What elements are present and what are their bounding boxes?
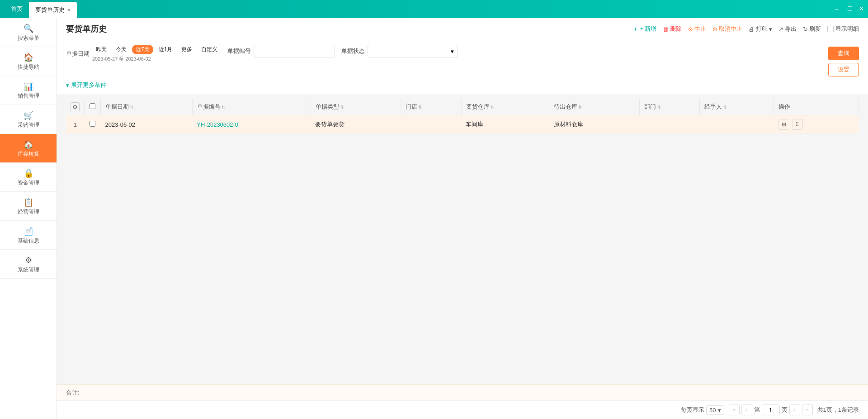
date-pills: 昨天 今天 近7天 近1月 更多 自定义 — [92, 45, 221, 54]
sidebar-item-label: 采购管理 — [18, 121, 39, 129]
print-button[interactable]: 🖨 打印 ▾ — [749, 25, 772, 33]
minimize-button[interactable]: － — [833, 5, 840, 14]
delete-button[interactable]: 🗑 删除 — [663, 25, 682, 33]
view-icon[interactable]: ⊞ — [778, 119, 789, 130]
footer-bar: 合计: — [57, 384, 868, 400]
bill-date-col-header[interactable]: 单据日期⇅ — [101, 99, 193, 115]
page-suffix: 页 — [782, 406, 788, 414]
maximize-button[interactable]: □ — [848, 5, 852, 14]
basic-info-icon: 📄 — [24, 227, 33, 235]
add-button[interactable]: ＋ + 新增 — [632, 25, 656, 33]
sidebar-item-purchase[interactable]: 🛒 采购管理 — [0, 105, 57, 134]
sidebar-item-quick-nav[interactable]: 🏠 快捷导航 — [0, 47, 57, 76]
store-col-header[interactable]: 门店⇅ — [401, 99, 462, 115]
pagination-bar: 每页显示 50 ▾ « ‹ 第 页 › » 共1页，1条记录 — [57, 400, 868, 419]
query-button[interactable]: 查询 — [828, 47, 859, 60]
cancel-icon: ⊘ — [712, 26, 717, 33]
row-bill-date: 2023-06-02 — [101, 115, 193, 134]
pill-1month[interactable]: 近1月 — [155, 45, 176, 54]
sidebar-item-basic-info[interactable]: 📄 基础信息 — [0, 221, 57, 250]
tab-home[interactable]: 首页 — [5, 0, 29, 18]
status-select[interactable]: ▾ — [368, 45, 458, 57]
refresh-icon: ↻ — [803, 26, 808, 33]
row-req-warehouse: 车间库 — [461, 115, 549, 134]
settings-col-header: ⚙ — [66, 99, 85, 115]
status-filter: 单据状态 ▾ — [341, 45, 458, 57]
row-checkbox[interactable] — [90, 121, 95, 127]
filter-fields: 单据日期 昨天 今天 近7天 近1月 更多 自定义 2023-05-27 至 2… — [66, 45, 819, 62]
sidebar-item-sales[interactable]: 📊 销售管理 — [0, 76, 57, 105]
bill-number-col-header[interactable]: 单据编号⇅ — [192, 99, 311, 115]
pill-7days[interactable]: 近7天 — [132, 45, 153, 54]
sidebar-item-finance[interactable]: 🔒 资金管理 — [0, 163, 57, 192]
search-menu-icon: 🔍 — [24, 24, 33, 33]
chevron-down-icon: ▾ — [66, 82, 69, 89]
pill-yesterday[interactable]: 昨天 — [92, 45, 110, 54]
handler-col-header[interactable]: 经手人⇅ — [700, 99, 774, 115]
pill-custom[interactable]: 自定义 — [198, 45, 221, 54]
inventory-icon: 🏠 — [24, 140, 33, 148]
chevron-down-icon: ▾ — [718, 407, 721, 414]
date-filter-field: 单据日期 昨天 今天 近7天 近1月 更多 自定义 2023-05-27 至 2… — [66, 45, 221, 62]
pill-today[interactable]: 今天 — [112, 45, 130, 54]
sidebar-item-search-menu[interactable]: 🔍 搜索菜单 — [0, 18, 57, 47]
export-icon: ↗ — [778, 26, 783, 33]
expand-more[interactable]: ▾ 展开更多条件 — [57, 78, 868, 94]
footer-total-label: 合计: — [66, 389, 80, 397]
close-button[interactable]: × — [859, 5, 863, 14]
first-page-button[interactable]: « — [729, 405, 740, 415]
page-size-select: 每页显示 50 ▾ — [681, 405, 724, 415]
status-label: 单据状态 — [341, 47, 365, 55]
settings-button[interactable]: 设置 — [828, 63, 859, 76]
bill-type-col-header[interactable]: 单据类型⇅ — [311, 99, 401, 115]
close-tab-icon[interactable]: × — [67, 7, 71, 13]
tab-requisition-history[interactable]: 要货单历史 × — [29, 2, 77, 18]
sort-icon: ⇅ — [222, 105, 225, 110]
column-settings-icon[interactable]: ⚙ — [71, 102, 80, 111]
display-detail-toggle[interactable]: 显示明细 — [827, 25, 859, 33]
sidebar-item-label: 经营管理 — [18, 208, 39, 216]
sort-icon: ⇅ — [657, 105, 660, 110]
bill-number-label: 单据编号 — [227, 47, 251, 55]
refresh-button[interactable]: ↻ 刷新 — [803, 25, 821, 33]
operation-icons: ⊞ ⠿ — [778, 119, 854, 130]
date-filter-group: 昨天 今天 近7天 近1月 更多 自定义 2023-05-27 至 2023-0… — [92, 45, 221, 62]
pill-more[interactable]: 更多 — [178, 45, 196, 54]
row-operations: ⊞ ⠿ — [774, 115, 859, 134]
delete-icon: 🗑 — [663, 26, 669, 33]
data-table: ⚙ 单据日期⇅ 单据编号⇅ 单据类型⇅ — [66, 99, 859, 134]
pending-warehouse-col-header[interactable]: 待出仓库⇅ — [549, 99, 639, 115]
sidebar-item-system[interactable]: ⚙ 系统管理 — [0, 250, 57, 279]
last-page-button[interactable]: » — [802, 405, 813, 415]
export-button[interactable]: ↗ 导出 — [778, 25, 797, 33]
page-label: 第 — [754, 406, 760, 414]
sidebar-item-label: 库存核算 — [18, 150, 39, 158]
sort-icon: ⇅ — [578, 105, 582, 110]
select-all-checkbox[interactable] — [90, 103, 95, 109]
stop-button[interactable]: ⊗ 中止 — [688, 25, 706, 33]
page-number-input[interactable] — [762, 405, 780, 415]
sidebar-item-inventory[interactable]: 🏠 库存核算 — [0, 134, 57, 163]
content-area: 要货单历史 ＋ + 新增 🗑 删除 ⊗ 中止 ⊘ — [57, 18, 868, 419]
operations-col-header: 操作 — [774, 99, 859, 115]
filter-area: 单据日期 昨天 今天 近7天 近1月 更多 自定义 2023-05-27 至 2… — [57, 40, 868, 94]
prev-page-button[interactable]: ‹ — [741, 405, 752, 415]
page-header: 要货单历史 ＋ + 新增 🗑 删除 ⊗ 中止 ⊘ — [57, 18, 868, 40]
cancel-stop-button[interactable]: ⊘ 取消中止 — [712, 25, 742, 33]
bill-number-input[interactable] — [254, 45, 335, 57]
sort-icon: ⇅ — [723, 105, 726, 110]
toolbar: ＋ + 新增 🗑 删除 ⊗ 中止 ⊘ 取消中止 — [632, 25, 859, 33]
more-icon[interactable]: ⠿ — [792, 119, 803, 130]
req-warehouse-col-header[interactable]: 要货仓库⇅ — [461, 99, 549, 115]
next-page-button[interactable]: › — [789, 405, 800, 415]
date-filter-label: 单据日期 — [66, 50, 90, 58]
sidebar-item-operations[interactable]: 📋 经营管理 — [0, 192, 57, 221]
department-col-header[interactable]: 部门⇅ — [639, 99, 700, 115]
page-size-dropdown[interactable]: 50 ▾ — [706, 405, 724, 415]
date-range-display: 2023-05-27 至 2023-06-02 — [92, 56, 221, 62]
sidebar-item-label: 销售管理 — [18, 92, 39, 100]
bill-number-link[interactable]: YH-20230602-0 — [197, 121, 238, 128]
home-icon: 🏠 — [24, 53, 33, 62]
chevron-down-icon: ▾ — [451, 48, 454, 55]
display-detail-checkbox[interactable] — [827, 26, 834, 32]
